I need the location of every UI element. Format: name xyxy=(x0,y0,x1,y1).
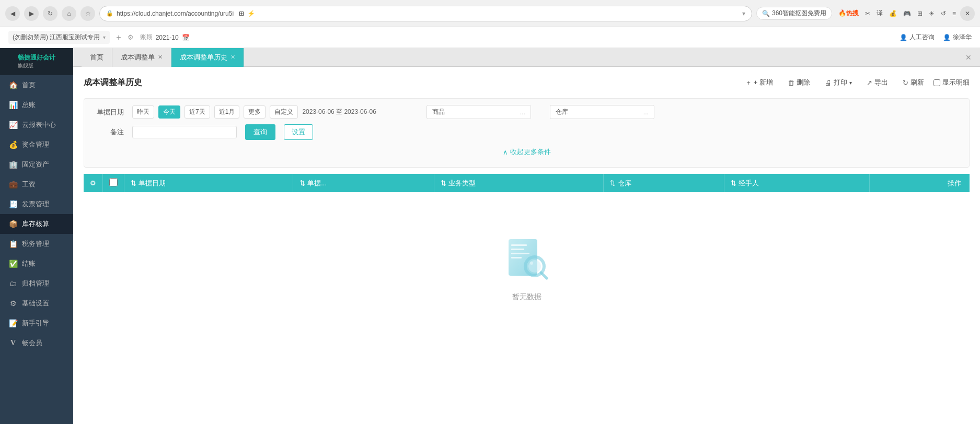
sidebar-logo: 畅捷通好会计 旗舰版 xyxy=(0,48,73,75)
content-area: 首页 成本调整单 ✕ 成本调整单历史 ✕ ✕ 成本调整单历史 + xyxy=(73,48,980,424)
display-detail-checkbox[interactable]: 显示明细 xyxy=(933,78,970,87)
sidebar-item-label-closing: 结账 xyxy=(22,259,36,268)
th-settings[interactable]: ⚙ xyxy=(84,174,103,192)
period-value: 2021-10 xyxy=(156,34,179,41)
delete-button[interactable]: 🗑 删除 xyxy=(782,75,815,90)
tab-cost-adjust[interactable]: 成本调整单 ✕ xyxy=(112,48,171,67)
date-btn-today[interactable]: 今天 xyxy=(158,105,180,119)
refresh-button[interactable]: ↻ 刷新 xyxy=(897,75,929,90)
sidebar-item-assets[interactable]: 🏢 固定资产 xyxy=(0,155,73,174)
date-btn-custom[interactable]: 自定义 xyxy=(270,105,298,119)
company-dropdown-icon: ▾ xyxy=(103,34,106,40)
user-info[interactable]: 👤 徐泽华 xyxy=(943,33,972,42)
display-detail-label: 显示明细 xyxy=(942,78,970,87)
dropdown-icon[interactable]: ▾ xyxy=(742,10,745,17)
search-box[interactable]: 🔍 360智能抠图免费用 xyxy=(756,7,832,20)
app-header: (勿删勿禁用) 江西服宝测试专用 ▾ + ⚙ 账期 2021-10 📅 👤 人工… xyxy=(0,27,980,48)
translate-tool[interactable]: 译 xyxy=(877,9,883,18)
sidebar-item-funds[interactable]: 💰 资金管理 xyxy=(0,135,73,155)
main-sidebar: 畅捷通好会计 旗舰版 🏠 首页 📊 总账 📈 云报表中心 💰 资金管理 xyxy=(0,48,73,424)
display-detail-input[interactable] xyxy=(933,79,940,86)
sidebar-item-closing[interactable]: ✅ 结账 xyxy=(0,254,73,274)
star-button[interactable]: ☆ xyxy=(80,6,95,21)
date-btn-7days[interactable]: 近7天 xyxy=(185,105,210,119)
game-tool[interactable]: 🎮 xyxy=(903,10,911,17)
filter-row-date: 单据日期 昨天 今天 近7天 近1月 更多 自定义 2023-06-06 至 2… xyxy=(93,105,961,119)
browser-bar: ◀ ▶ ↻ ⌂ ☆ 🔒 https://cloud.chanjet.com/ac… xyxy=(0,0,980,27)
empty-state: 暂无数据 xyxy=(84,192,970,344)
query-button[interactable]: 查询 xyxy=(245,124,275,140)
goods-filter[interactable]: 商品 ... xyxy=(426,105,531,119)
th-warehouse[interactable]: ⇅ 仓库 xyxy=(603,174,724,192)
sidebar-item-salary[interactable]: 💼 工资 xyxy=(0,174,73,194)
reports-nav-icon: 📈 xyxy=(8,121,18,129)
settings-icon[interactable]: ⚙ xyxy=(128,33,134,41)
scissors-tool[interactable]: ✂ xyxy=(865,10,870,17)
app-layout: 畅捷通好会计 旗舰版 🏠 首页 📊 总账 📈 云报表中心 💰 资金管理 xyxy=(0,48,980,424)
sidebar-item-invoice[interactable]: 🧾 发票管理 xyxy=(0,194,73,214)
warehouse-filter[interactable]: 仓库 ... xyxy=(550,105,654,119)
sidebar-item-settings[interactable]: ⚙ 基础设置 xyxy=(0,293,73,313)
tax-nav-icon: 📋 xyxy=(8,240,18,248)
print-button[interactable]: 🖨 打印 ▾ xyxy=(820,75,857,90)
sidebar-item-home[interactable]: 🏠 首页 xyxy=(0,75,73,95)
sidebar-item-label-reports: 云报表中心 xyxy=(22,120,56,129)
service-button[interactable]: 👤 人工咨询 xyxy=(900,33,935,42)
collapse-button[interactable]: ∧ 收起更多条件 xyxy=(503,147,551,157)
add-tab-icon[interactable]: + xyxy=(116,33,121,42)
sidebar-nav: 🏠 首页 📊 总账 📈 云报表中心 💰 资金管理 🏢 固定资产 💼 工资 xyxy=(0,75,73,424)
browser-close-button[interactable]: ✕ xyxy=(960,6,975,21)
new-button[interactable]: + + 新增 xyxy=(741,75,778,90)
sidebar-item-label-funds: 资金管理 xyxy=(22,140,49,149)
history-tool[interactable]: ↺ xyxy=(941,10,946,17)
select-all-checkbox[interactable] xyxy=(109,178,118,186)
sidebar-item-label-tax: 税务管理 xyxy=(22,239,49,249)
settings-button[interactable]: 设置 xyxy=(284,124,313,140)
calendar-icon[interactable]: 📅 xyxy=(182,34,190,41)
sidebar-item-reports[interactable]: 📈 云报表中心 xyxy=(0,115,73,135)
filter-area: 单据日期 昨天 今天 近7天 近1月 更多 自定义 2023-06-06 至 2… xyxy=(84,98,970,168)
toolbar-right: + + 新增 🗑 删除 🖨 打印 ▾ ↗ 导出 xyxy=(741,75,970,90)
sidebar-item-guide[interactable]: 📝 新手引导 xyxy=(0,313,73,333)
salary-nav-icon: 💼 xyxy=(8,180,18,189)
coin-tool[interactable]: 💰 xyxy=(889,10,897,17)
tab-cost-adjust-close[interactable]: ✕ xyxy=(158,54,163,61)
home-nav-icon: 🏠 xyxy=(8,81,18,89)
sidebar-item-vip[interactable]: V 畅会员 xyxy=(0,333,73,353)
tab-home-label: 首页 xyxy=(90,53,103,62)
tab-home[interactable]: 首页 xyxy=(82,48,112,67)
sidebar-item-label-salary: 工资 xyxy=(22,180,36,189)
home-button[interactable]: ⌂ xyxy=(62,6,76,21)
remark-input[interactable] xyxy=(132,126,237,138)
menu-tool[interactable]: ≡ xyxy=(952,10,956,17)
date-btn-1month[interactable]: 近1月 xyxy=(214,105,240,119)
sidebar-item-archive[interactable]: 🗂 归档管理 xyxy=(0,274,73,293)
refresh-icon: ↻ xyxy=(903,79,908,87)
brightness-tool[interactable]: ☀ xyxy=(929,10,935,17)
tab-cost-adjust-history[interactable]: 成本调整单历史 ✕ xyxy=(171,48,244,67)
date-btn-more[interactable]: 更多 xyxy=(244,105,266,119)
user-icon: 👤 xyxy=(943,34,951,41)
close-all-tabs-button[interactable]: ✕ xyxy=(965,53,972,62)
reload-button[interactable]: ↻ xyxy=(43,6,57,21)
th-biz-type[interactable]: ⇅ 业务类型 xyxy=(434,174,603,192)
tab-cost-adjust-history-close[interactable]: ✕ xyxy=(230,54,235,61)
apps-tool[interactable]: ⊞ xyxy=(917,10,923,17)
th-handler[interactable]: ⇅ 经手人 xyxy=(724,174,870,192)
sidebar-item-tax[interactable]: 📋 税务管理 xyxy=(0,234,73,254)
forward-button[interactable]: ▶ xyxy=(24,6,39,21)
th-date[interactable]: ⇅ 单据日期 xyxy=(124,174,293,192)
export-button[interactable]: ↗ 导出 xyxy=(861,75,893,90)
company-selector[interactable]: (勿删勿禁用) 江西服宝测试专用 ▾ xyxy=(8,31,110,44)
goods-filter-label: 商品 xyxy=(432,108,445,116)
back-button[interactable]: ◀ xyxy=(5,6,20,21)
sidebar-item-label-assets: 固定资产 xyxy=(22,160,49,169)
date-btn-yesterday[interactable]: 昨天 xyxy=(132,105,154,119)
hot-search[interactable]: 🔥热搜 xyxy=(838,9,859,18)
url-bar[interactable]: 🔒 https://cloud.chanjet.com/accounting/u… xyxy=(99,6,752,21)
sidebar-item-ledger[interactable]: 📊 总账 xyxy=(0,95,73,115)
th-doc-num[interactable]: ⇅ 单据... xyxy=(293,174,434,192)
sidebar-item-inventory[interactable]: 📦 库存核算 xyxy=(0,214,73,234)
th-checkbox[interactable] xyxy=(103,174,124,192)
inventory-nav-icon: 📦 xyxy=(8,220,18,228)
